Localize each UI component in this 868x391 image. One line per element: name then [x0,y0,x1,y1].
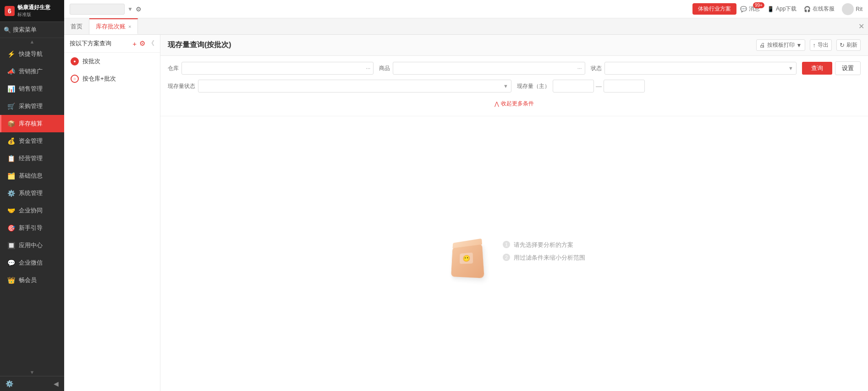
online-service-button[interactable]: 🎧 在线客服 [804,5,835,13]
page-header: 现存量查询(按批次) 🖨 按模板打印 ▼ ↑ 导出 ↻ 刷新 [160,35,868,56]
status-field: 状态 ▼ [591,62,797,75]
purchase-icon: 🛒 [7,103,15,110]
refresh-btn[interactable]: ↻ 刷新 [836,39,861,51]
app-download-label: App下载 [776,5,797,13]
inventory-status-select[interactable]: ▼ [198,80,511,92]
filter-panel-icons: + ⚙ 《 [132,39,154,48]
query-button[interactable]: 查询 [802,62,832,75]
filter-settings-icon[interactable]: ⚙ [139,39,145,48]
sidebar-item-wechat[interactable]: 💬 企业微信 [0,254,64,272]
member-icon: 👑 [7,277,15,284]
inventory-qty-min[interactable] [553,80,594,92]
inventory-qty-field: 现存量（主） — [517,80,861,92]
collapse-footer-icon[interactable]: ◀ [54,380,59,387]
finance-icon: 💰 [7,137,15,145]
filter-item-batch[interactable]: ● 按批次 [64,53,160,70]
product-input-wrap[interactable]: ··· [393,62,585,75]
sidebar-item-purchase[interactable]: 🛒 采购管理 [0,98,64,115]
sidebar-scroll-down[interactable]: ▼ [0,369,64,376]
messages-button[interactable]: 💬 消息 99+ [740,5,760,13]
export-icon: ↑ [813,42,816,49]
filter-panel-title: 按以下方案查询 [70,39,111,48]
filter-collapse-icon[interactable]: 《 [148,39,154,48]
tab-home[interactable]: 首页 [64,18,89,34]
filter-item-warehouse-batch[interactable]: ○ 按仓库+批次 [64,70,160,87]
topbar-right: 💬 消息 99+ 📱 App下载 🎧 在线客服 Rit [740,3,863,15]
main-area: ▼ ⚙ 体验行业方案 💬 消息 99+ 📱 App下载 🎧 在线客服 Rit [64,0,868,391]
sidebar-item-system[interactable]: ⚙️ 系统管理 [0,185,64,202]
tab-close-icon[interactable]: × [128,24,131,29]
print-icon: 🖨 [759,42,765,49]
experience-btn[interactable]: 体验行业方案 [692,3,736,15]
app-title: 畅康通好生意 [17,4,50,11]
inventory-qty-range: — [553,80,645,92]
export-btn[interactable]: ↑ 导出 [810,39,832,51]
sidebar-logo: 6 [5,6,15,16]
sidebar-search-label: 搜索菜单 [13,26,37,34]
tab-inventory-batch[interactable]: 库存批次账 × [89,18,138,34]
warehouse-more[interactable]: ··· [366,65,373,71]
add-filter-icon[interactable]: + [132,40,137,48]
product-field: 商品 ··· [379,62,585,75]
inventory-status-label: 现存量状态 [168,82,195,90]
product-input[interactable] [393,65,577,71]
sidebar-item-marketing[interactable]: 📣 营销推广 [0,63,64,80]
sidebar-item-sales[interactable]: 📊 销售管理 [0,80,64,98]
tip-number-2: 2 [503,254,510,261]
sidebar-item-newguide[interactable]: 🎯 新手引导 [0,219,64,237]
empty-face-icon: 😶 [460,252,473,264]
chevron-down-icon2: ▼ [503,83,508,89]
sidebar-scroll-up[interactable]: ▲ [0,38,64,45]
topbar: ▼ ⚙ 体验行业方案 💬 消息 99+ 📱 App下载 🎧 在线客服 Rit [64,0,868,18]
product-more[interactable]: ··· [577,65,585,71]
page-area: 按以下方案查询 + ⚙ 《 ● 按批次 ○ 按仓库+批次 现存量查询(按批次) [64,35,868,391]
empty-text-list: 1 请先选择要分析的方案 2 用过滤条件来缩小分析范围 [503,241,585,266]
warehouse-label: 仓库 [168,65,179,72]
filter-batch-icon: ● [71,57,79,65]
active-tab-label: 库存批次账 [96,22,126,31]
empty-icon: 😶 [443,231,489,277]
app-download-button[interactable]: 📱 App下载 [767,5,797,13]
sidebar: 6 畅康通好生意 标准版 🔍 搜索菜单 ▲ ⚡ 快捷导航 📣 营销推广 📊 销售… [0,0,64,391]
sidebar-item-label: 销售管理 [19,85,43,93]
topbar-gear-icon[interactable]: ⚙ [136,5,142,13]
settings-button[interactable]: 设置 [835,61,861,75]
inventory-qty-max[interactable] [604,80,645,92]
tab-bar: 首页 库存批次账 × ✕ [64,18,868,35]
sidebar-item-inventory[interactable]: 📦 库存核算 [0,115,64,132]
app-subtitle: 标准版 [17,11,50,18]
filter-warehouse-batch-label: 按仓库+批次 [82,75,116,83]
warehouse-input-wrap[interactable]: ··· [181,62,374,75]
sidebar-item-quicknav[interactable]: ⚡ 快捷导航 [0,45,64,63]
settings-footer-icon[interactable]: ⚙️ [5,380,13,387]
search-row-2: 现存量状态 ▼ 现存量（主） — [168,80,861,92]
chevron-down-icon: ▼ [127,6,133,12]
collapse-more-btn[interactable]: ⋀ 收起更多条件 [168,97,861,110]
home-tab-label: 首页 [71,22,82,31]
sidebar-item-member[interactable]: 👑 畅会员 [0,272,64,289]
tab-panel-close-btn[interactable]: ✕ [858,22,868,31]
sidebar-item-label: 畅会员 [19,276,37,284]
status-select[interactable]: ▼ [604,62,797,75]
sidebar-item-enterprise[interactable]: 🤝 企业协同 [0,202,64,219]
empty-tip-2: 2 用过滤条件来缩小分析范围 [503,254,585,262]
sidebar-item-label: 新手引导 [19,224,43,232]
enterprise-icon: 🤝 [7,207,15,214]
print-btn[interactable]: 🖨 按模板打印 ▼ [756,39,805,51]
user-profile-button[interactable]: Rit [842,3,863,15]
sidebar-item-basic[interactable]: 🗂️ 基础信息 [0,167,64,185]
sidebar-item-finance[interactable]: 💰 资金管理 [0,132,64,150]
sidebar-item-appcenter[interactable]: 🔲 应用中心 [0,237,64,254]
basic-icon: 🗂️ [7,172,15,179]
sales-icon: 📊 [7,85,15,92]
filter-warehouse-batch-icon: ○ [71,75,79,83]
sidebar-header: 6 畅康通好生意 标准版 [0,0,64,22]
collapse-label: 收起更多条件 [501,100,534,108]
sidebar-search[interactable]: 🔍 搜索菜单 [0,22,64,38]
sidebar-item-label: 企业微信 [19,259,43,267]
topbar-search-input[interactable] [70,4,125,15]
sidebar-item-operation[interactable]: 📋 经营管理 [0,150,64,167]
empty-state: 😶 1 请先选择要分析的方案 2 用过滤条件来缩小分析范围 [160,116,868,391]
warehouse-input[interactable] [182,65,366,71]
product-label: 商品 [379,65,390,72]
